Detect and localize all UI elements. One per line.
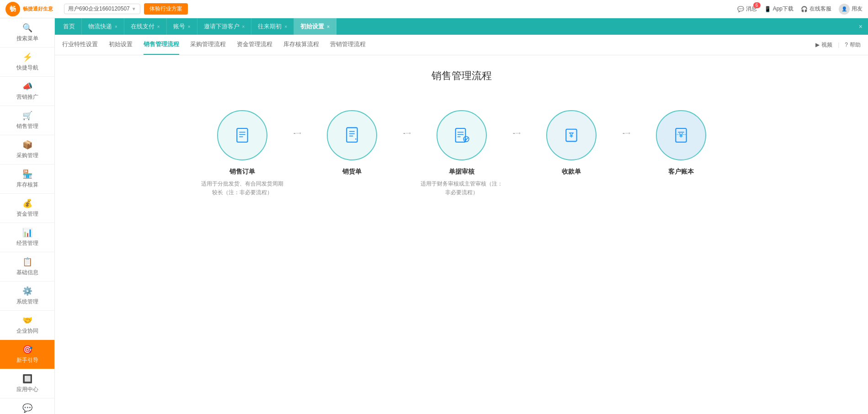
sub-tab-initial-label: 初始设置 <box>109 41 133 48</box>
flow-step-sales-order-name: 销售订单 <box>229 168 255 176</box>
sub-tab-industry[interactable]: 行业特性设置 <box>62 35 98 55</box>
nav-tab-payment-label: 在线支付 <box>131 22 154 31</box>
sidebar-item-quick-nav-label: 快捷导航 <box>16 64 38 72</box>
nav-tabs: 首页 物流快递 × 在线支付 × 账号 × 邀请下游客户 × 往来期初 × 初始… <box>55 18 868 35</box>
nav-tab-initial-setup[interactable]: 初始设置 × <box>294 18 336 35</box>
box-icon: 📦 <box>22 140 32 150</box>
chat-icon: 💬 <box>22 403 32 413</box>
logo-text: 畅捷通好生意 <box>23 5 53 12</box>
svg-text:¥: ¥ <box>569 131 573 139</box>
target-icon: 🎯 <box>22 345 32 355</box>
gear-icon: ⚙️ <box>22 286 32 296</box>
nav-tab-home[interactable]: 首页 <box>57 18 82 35</box>
close-icon[interactable]: × <box>284 24 287 29</box>
svg-point-5 <box>355 138 357 140</box>
flow-circle-sales-order <box>217 110 267 160</box>
close-all-tabs-button[interactable]: × <box>855 23 866 30</box>
flow-circle-delivery <box>327 110 377 160</box>
flow-step-review[interactable]: 单据审核 适用于财务审核或主管审核（注：非必要流程） <box>421 110 503 197</box>
sidebar-item-inventory[interactable]: 🏪 库存核算 <box>0 165 54 194</box>
sidebar-item-marketing[interactable]: 📣 营销推广 <box>0 77 54 106</box>
sidebar-item-inventory-label: 库存核算 <box>16 181 38 189</box>
sidebar-item-app-center-label: 应用中心 <box>16 386 38 393</box>
nav-tab-logistics[interactable]: 物流快递 × <box>82 18 124 35</box>
trial-button[interactable]: 体验行业方案 <box>144 3 188 15</box>
logo-area: 畅 畅捷通好生意 <box>5 2 60 16</box>
nav-tab-period[interactable]: 往来期初 × <box>251 18 294 35</box>
nav-tab-payment[interactable]: 在线支付 × <box>124 18 167 35</box>
app-download-label: App下载 <box>773 5 793 13</box>
user-selector[interactable]: 用户690企业1660120507 ▼ <box>64 4 140 14</box>
help-icon: ? <box>845 42 848 48</box>
flow-step-sales-order-desc: 适用于分批发货、有合同发货周期较长（注：非必要流程） <box>201 180 283 197</box>
flash-icon: ⚡ <box>22 52 32 62</box>
sidebar-item-quick-nav[interactable]: ⚡ 快捷导航 <box>0 48 54 77</box>
sidebar-item-sales[interactable]: 🛒 销售管理 <box>0 106 54 135</box>
close-icon[interactable]: × <box>157 24 160 29</box>
close-icon[interactable]: × <box>188 24 191 29</box>
sidebar-item-new-guide[interactable]: 🎯 新手引导 <box>0 340 54 369</box>
sidebar-item-search[interactable]: 🔍 搜索菜单 <box>0 18 54 48</box>
sidebar-item-sales-label: 销售管理 <box>16 122 38 130</box>
close-icon[interactable]: × <box>115 24 117 29</box>
online-service-button[interactable]: 🎧 在线客服 <box>801 5 831 13</box>
sidebar-item-base-info-label: 基础信息 <box>16 269 38 276</box>
sidebar-item-operations[interactable]: 📊 经营管理 <box>0 223 54 252</box>
flow-arrow-1: ···→ <box>283 110 311 138</box>
sub-tab-marketing-flow[interactable]: 营销管理流程 <box>330 35 366 55</box>
flow-step-delivery[interactable]: 销货单 <box>311 110 393 180</box>
flow-arrow-2: ···→ <box>393 110 421 138</box>
nav-tab-initial-setup-label: 初始设置 <box>300 22 324 31</box>
flow-step-review-desc: 适用于财务审核或主管审核（注：非必要流程） <box>421 180 503 197</box>
nav-tab-account[interactable]: 账号 × <box>167 18 197 35</box>
user-name-label: 用友 <box>852 5 863 13</box>
flow-diagram: 销售订单 适用于分批发货、有合同发货周期较长（注：非必要流程） ···→ 销货单 <box>73 110 850 197</box>
close-icon[interactable]: × <box>327 24 330 29</box>
close-icon[interactable]: × <box>242 24 245 29</box>
flow-step-receipt[interactable]: ¥ 收款单 <box>530 110 612 180</box>
app-download-button[interactable]: 📱 App下载 <box>764 5 793 13</box>
sub-tab-initial[interactable]: 初始设置 <box>109 35 133 55</box>
sidebar-item-marketing-label: 营销推广 <box>16 93 38 101</box>
nav-tab-account-label: 账号 <box>173 22 185 31</box>
message-icon: 💬 <box>737 6 744 12</box>
messages-badge: 6 <box>753 2 761 8</box>
flow-step-ledger[interactable]: ¥ 客户账本 <box>640 110 722 180</box>
sidebar-item-system[interactable]: ⚙️ 系统管理 <box>0 281 54 311</box>
sidebar-item-base-info[interactable]: 📋 基础信息 <box>0 252 54 281</box>
sidebar-item-search-label: 搜索菜单 <box>16 35 38 42</box>
sidebar-item-enterprise-wechat[interactable]: 💬 企业微信 <box>0 398 54 414</box>
messages-button[interactable]: 💬 消息 6 <box>737 5 757 13</box>
sidebar-item-enterprise-collab[interactable]: 🤝 企业协同 <box>0 311 54 340</box>
svg-rect-0 <box>237 128 247 142</box>
flow-step-sales-order[interactable]: 销售订单 适用于分批发货、有合同发货周期较长（注：非必要流程） <box>201 110 283 197</box>
top-bar-left: 畅 畅捷通好生意 用户690企业1660120507 ▼ 体验行业方案 <box>5 2 188 16</box>
video-action[interactable]: ▶ 视频 <box>815 41 832 49</box>
user-avatar-button[interactable]: 👤 用友 <box>839 4 863 15</box>
top-bar: 畅 畅捷通好生意 用户690企业1660120507 ▼ 体验行业方案 💬 消息… <box>0 0 868 18</box>
top-bar-right: 💬 消息 6 📱 App下载 🎧 在线客服 👤 用友 <box>737 4 863 15</box>
sub-tab-inventory-flow[interactable]: 库存核算流程 <box>283 35 319 55</box>
sidebar-item-purchase[interactable]: 📦 采购管理 <box>0 135 54 165</box>
flow-step-review-name: 单据审核 <box>449 168 474 176</box>
cart-icon: 🛒 <box>22 111 32 121</box>
handshake-icon: 🤝 <box>22 315 32 325</box>
sub-tab-purchase-flow[interactable]: 采购管理流程 <box>190 35 226 55</box>
flow-step-delivery-name: 销货单 <box>342 168 362 176</box>
nav-tab-invite-label: 邀请下游客户 <box>204 22 240 31</box>
sidebar-item-enterprise-collab-label: 企业协同 <box>16 327 38 335</box>
sub-tab-finance-flow[interactable]: 资金管理流程 <box>237 35 272 55</box>
sub-tab-sales-flow[interactable]: 销售管理流程 <box>144 35 179 55</box>
chart-icon: 📊 <box>22 228 32 238</box>
sidebar-item-app-center[interactable]: 🔲 应用中心 <box>0 369 54 398</box>
flow-arrow-4: ···→ <box>612 110 640 138</box>
help-action[interactable]: ? 帮助 <box>845 41 861 49</box>
flow-circle-review <box>437 110 487 160</box>
grid-icon: 🔲 <box>22 374 32 384</box>
sidebar-item-finance[interactable]: 💰 资金管理 <box>0 194 54 223</box>
sidebar-item-operations-label: 经营管理 <box>16 239 38 247</box>
nav-tab-invite[interactable]: 邀请下游客户 × <box>197 18 252 35</box>
avatar: 👤 <box>839 4 850 15</box>
sub-tab-sales-flow-label: 销售管理流程 <box>144 41 179 48</box>
video-label: 视频 <box>821 41 832 49</box>
